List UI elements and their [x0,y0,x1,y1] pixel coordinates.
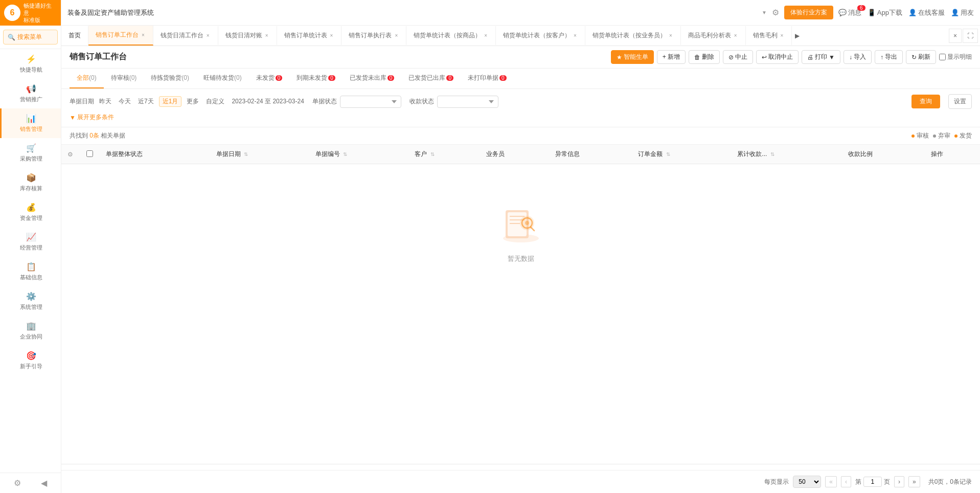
page-toolbar: 销售订单工作台 ★ 智能生单 + 新增 🗑 删除 ⊘ 中止 ↩ 取消中止 [61,46,980,69]
select-all-checkbox[interactable] [86,150,93,157]
page-size-select[interactable]: 50 10 20 100 [793,476,821,488]
date-option-yesterday[interactable]: 昨天 [97,96,113,107]
tab-close-sales-exec[interactable]: × [394,32,399,39]
date-option-custom[interactable]: 自定义 [204,96,226,107]
cancel-review-action[interactable]: 弃审 [933,131,950,140]
filter-tab-pending-inspect[interactable]: 待拣货验货(0) [144,69,196,88]
col-collected[interactable]: 累计收款... ⇅ [731,145,842,164]
col-settings[interactable]: ⚙ [61,145,79,164]
refresh-button[interactable]: ↻ 刷新 [906,50,936,64]
col-status: 单据整体状态 [100,145,210,164]
date-range: 2023-02-24 至 2023-03-24 [232,97,304,106]
sidebar-item-finance[interactable]: 💰 资金管理 [0,197,61,227]
tab-product-margin[interactable]: 商品毛利分析表 × [681,26,746,45]
pagination: 每页显示 50 10 20 100 « ‹ 第 页 › » 共0页，0条记录 [61,470,980,493]
tab-sales-stats[interactable]: 销售订单统计表 × [277,26,342,45]
tab-sales-profit[interactable]: 销售毛利 × [746,26,792,45]
online-service-button[interactable]: 👤 在线客服 [908,8,945,17]
search-settings-button[interactable]: 设置 [948,94,972,109]
tab-close-sales-stats[interactable]: × [329,32,334,39]
sidebar-item-guide[interactable]: 🎯 新手引导 [0,346,61,375]
tab-home[interactable]: 首页 [61,26,88,45]
col-customer[interactable]: 客户 ⇅ [408,145,480,164]
date-option-more[interactable]: 更多 [185,96,201,107]
cancel-stop-button[interactable]: ↩ 取消中止 [756,50,799,64]
search-menu-button[interactable]: 🔍 搜索菜单 [3,30,58,44]
filter-tab-not-printed[interactable]: 未打印单据0 [461,69,514,88]
tab-sales-workbench[interactable]: 销售订单工作台 × [88,26,153,46]
tab-cash-daily[interactable]: 钱货日清工作台 × [153,26,218,45]
export-button[interactable]: ↑ 导出 [875,50,903,64]
page-number-input[interactable] [863,477,882,487]
tab-sales-exec[interactable]: 销售订单执行表 × [341,26,406,45]
tab-close-product-margin[interactable]: × [733,32,738,39]
show-detail-checkbox[interactable] [939,54,946,60]
expand-conditions-button[interactable]: ▼ 展开更多条件 [70,113,972,122]
filter-tab-pending-review[interactable]: 待审核(0) [104,69,144,88]
payment-select[interactable] [437,96,498,108]
tab-close-all-button[interactable]: × [949,29,962,43]
import-button[interactable]: ↓ 导入 [844,50,872,64]
tab-close-sales-summary-customer[interactable]: × [573,32,578,39]
sidebar-item-quick-nav[interactable]: ⚡ 快捷导航 [0,49,61,79]
date-option-7days[interactable]: 近7天 [136,96,156,107]
empty-text: 暂无数据 [508,254,534,263]
tab-close-sales-summary-staff[interactable]: × [668,32,673,39]
ship-action[interactable]: 发货 [954,131,972,140]
app-download-button[interactable]: 📱 App下载 [868,8,902,17]
experience-button[interactable]: 体验行业方案 [784,6,833,19]
filter-tab-shipped-out[interactable]: 已发货已出库0 [401,69,461,88]
tab-sales-summary-customer[interactable]: 销货单统计表（按客户） × [496,26,585,45]
tab-sales-summary-staff[interactable]: 销货单统计表（按业务员） × [585,26,681,45]
smart-create-button[interactable]: ★ 智能生单 [611,50,654,64]
tab-close-sales-profit[interactable]: × [780,32,785,39]
print-button[interactable]: 🖨 打印 ▼ [802,50,840,64]
last-page-button[interactable]: » [908,476,920,487]
col-date[interactable]: 单据日期 ⇅ [210,145,309,164]
filter-tab-expired-not-shipped[interactable]: 到期未发货0 [289,69,343,88]
filter-tab-wangpu[interactable]: 旺铺待发货(0) [196,69,249,88]
sidebar-collapse-button[interactable]: ◀ [41,478,47,488]
sidebar-item-marketing[interactable]: 📢 营销推广 [0,79,61,108]
system-dropdown-arrow[interactable]: ▼ [762,10,767,15]
tab-close-cash-daily[interactable]: × [206,32,211,39]
query-button[interactable]: 查询 [911,95,940,108]
sidebar-item-inventory[interactable]: 📦 库存核算 [0,168,61,197]
status-select[interactable] [340,96,401,108]
filter-tab-all[interactable]: 全部(0) [70,69,104,88]
first-page-button[interactable]: « [825,476,837,487]
show-detail-label[interactable]: 显示明细 [939,53,972,61]
filter-tab-not-shipped[interactable]: 未发货0 [249,69,290,88]
stop-button[interactable]: ⊘ 中止 [723,50,753,64]
tab-nav-more[interactable]: ▶ [792,28,803,43]
delete-button[interactable]: 🗑 删除 [689,50,720,64]
filter-tab-shipped-not-out[interactable]: 已发货未出库0 [343,69,402,88]
tab-close-sales-workbench[interactable]: × [141,32,146,38]
sidebar-item-purchase[interactable]: 🛒 采购管理 [0,138,61,168]
sales-icon: 📊 [26,114,36,123]
date-option-today[interactable]: 今天 [117,96,133,107]
review-action[interactable]: 审核 [911,131,929,140]
prev-page-button[interactable]: ‹ [841,476,851,487]
horizontal-scrollbar[interactable] [61,464,980,470]
tab-close-sales-summary-product[interactable]: × [483,32,488,39]
sidebar-settings-button[interactable]: ⚙ [14,478,21,488]
sidebar-item-system[interactable]: ⚙️ 系统管理 [0,286,61,316]
date-option-1month[interactable]: 近1月 [159,96,182,107]
next-page-button[interactable]: › [894,476,904,487]
col-amount[interactable]: 订单金额 ⇅ [632,145,731,164]
tab-close-cash-reconcile[interactable]: × [264,32,269,39]
tab-maximize-button[interactable]: ⛶ [963,29,978,43]
tab-sales-summary-product[interactable]: 销货单统计表（按商品） × [406,26,496,45]
user-menu[interactable]: 👤 用友 [951,8,974,17]
tab-cash-reconcile[interactable]: 钱货日清对账 × [218,26,277,45]
sidebar-item-sales[interactable]: 📊 销售管理 [0,108,61,138]
header-settings-icon[interactable]: ⚙ [772,8,779,17]
new-button[interactable]: + 新增 [657,50,686,64]
sidebar-item-basic-info[interactable]: 📋 基础信息 [0,257,61,286]
sidebar-item-enterprise[interactable]: 🏢 企业协同 [0,316,61,346]
message-button[interactable]: 💬 消息 6 [838,8,861,17]
sidebar-item-operations[interactable]: 📈 经营管理 [0,227,61,257]
col-number[interactable]: 单据编号 ⇅ [309,145,408,164]
sidebar: 6 畅捷通好生意 标准版 🔍 搜索菜单 ⚡ 快捷导航 📢 营销推广 📊 销售管理… [0,0,61,493]
